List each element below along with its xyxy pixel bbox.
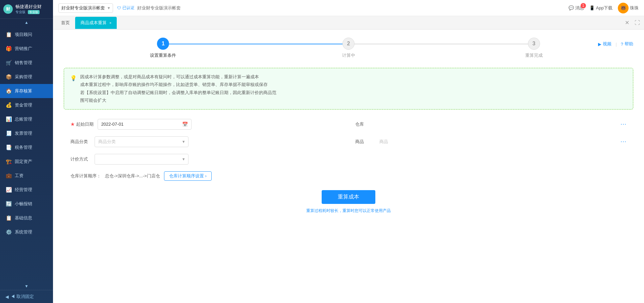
pricing-select[interactable]: ▾ [95, 154, 189, 165]
tab-controls: ✕ ⛶ [624, 18, 641, 27]
inventory-icon: 🏠 [5, 88, 12, 94]
topbar-account-fullname: 好业财专业版演示帐套 [137, 5, 181, 11]
date-value: 2022-07-01 [101, 122, 124, 127]
verified-text: 已认证 [122, 5, 135, 11]
message-badge: 1 [581, 3, 586, 8]
sidebar-item-purchase[interactable]: 📦 采购管理 [0, 70, 53, 84]
category-select[interactable]: 商品分类 ▾ [95, 136, 189, 147]
sidebar-item-operation[interactable]: 📈 经营管理 [0, 183, 53, 197]
sidebar-item-label: 销售管理 [15, 60, 32, 66]
sidebar-item-label: 小畅报销 [15, 201, 32, 207]
sidebar-item-marketing[interactable]: 🎁 营销推广 [0, 42, 53, 56]
topbar-right: 💬 消息 1 📱 App下载 🐻 珠珠 [569, 3, 639, 13]
sidebar-item-label: 系统管理 [15, 229, 32, 235]
tab-cost-recalc[interactable]: 商品成本重算 × [75, 17, 117, 29]
sidebar-item-inventory[interactable]: 🏠 库存核算 [0, 84, 53, 98]
marketing-icon: 🎁 [5, 45, 12, 52]
tab-close-icon[interactable]: × [109, 21, 111, 25]
warehouse-more-button[interactable]: ··· [621, 121, 627, 128]
sidebar-item-basic[interactable]: 📋 基础信息 [0, 211, 53, 225]
logo-name: 畅捷通好业财 [15, 4, 42, 9]
step-2-circle: 2 [342, 38, 355, 50]
warehouse-order-label: 仓库计算顺序： [70, 173, 101, 179]
project-icon: 📋 [5, 31, 12, 38]
app-download-button[interactable]: 📱 App下载 [589, 5, 612, 11]
goods-spacer: 商品 [379, 139, 616, 145]
message-button[interactable]: 💬 消息 1 [569, 5, 584, 11]
logo-icon: 财 [3, 4, 13, 14]
pricing-field: 计价方式 ▾ [70, 154, 198, 165]
sidebar-item-expense[interactable]: 🔄 小畅报销 [0, 197, 53, 211]
step-1-circle: 1 [157, 38, 169, 50]
help-label: 帮助 [625, 41, 633, 47]
user-avatar-area[interactable]: 🐻 珠珠 [618, 3, 639, 13]
version-badge: 专业版 [28, 10, 40, 14]
expense-icon: 🔄 [5, 201, 12, 207]
steps-help: ▶ 视频 | ? 帮助 [598, 41, 633, 47]
sidebar-item-system[interactable]: ⚙️ 系统管理 [0, 225, 53, 239]
sidebar-logo: 财 畅捷通好业财 专业版 专业版 [0, 0, 53, 19]
goods-more-button[interactable]: ··· [621, 138, 627, 145]
sidebar-item-salary[interactable]: 💼 工资 [0, 169, 53, 183]
asset-icon: 🏗️ [5, 158, 12, 165]
sidebar-item-project[interactable]: 📋 项目顾问 [0, 28, 53, 42]
close-panel-button[interactable]: ✕ [624, 18, 631, 27]
help-button[interactable]: ? 帮助 [621, 41, 633, 47]
step-2-num: 2 [347, 41, 350, 47]
pricing-label: 计价方式 [70, 156, 91, 162]
warehouse-order-settings-button[interactable]: 仓库计算顺序设置 › [164, 171, 212, 181]
unpin-button[interactable]: ◀ ◀ 取消固定 [0, 290, 53, 303]
content-area: 1 设置重算条件 2 计算中 3 重算完成 ▶ [53, 30, 644, 303]
main-area: 好业财专业版演示帐套 ▾ 🛡 已认证 好业财专业版演示帐套 💬 消息 1 📱 A… [53, 0, 644, 303]
basic-icon: 📋 [5, 215, 12, 221]
step-2: 2 计算中 [256, 38, 441, 58]
sidebar-item-label: 工资 [15, 173, 23, 179]
purchase-icon: 📦 [5, 74, 12, 80]
sidebar-item-label: 总账管理 [15, 116, 32, 122]
submit-section: 重算成本 重算过程耗时较长，重算时您可以正常使用产品 [70, 190, 627, 214]
logo-sub: 专业版 专业版 [15, 10, 42, 14]
invoice-icon: 🧾 [5, 130, 12, 137]
sidebar-item-asset[interactable]: 🏗️ 固定资产 [0, 155, 53, 169]
scroll-up-arrow[interactable]: ▲ [0, 19, 53, 26]
system-icon: ⚙️ [5, 229, 12, 235]
goods-placeholder: 商品 [379, 139, 388, 144]
sidebar-item-tax[interactable]: 📑 税务管理 [0, 140, 53, 155]
sidebar-item-accounting[interactable]: 📊 总账管理 [0, 112, 53, 126]
calendar-icon[interactable]: 📅 [182, 122, 188, 127]
category-placeholder: 商品分类 [98, 139, 116, 145]
help-divider: | [615, 42, 616, 47]
tab-home[interactable]: 首页 [56, 17, 75, 29]
video-help-button[interactable]: ▶ 视频 [598, 41, 611, 47]
tabbar: 首页 商品成本重算 × ✕ ⛶ [53, 16, 644, 30]
sidebar-item-sales[interactable]: 🛒 销售管理 [0, 56, 53, 70]
topbar-left: 好业财专业版演示帐套 ▾ 🛡 已认证 好业财专业版演示帐套 [58, 3, 569, 13]
account-selector[interactable]: 好业财专业版演示帐套 ▾ [58, 3, 113, 13]
salary-icon: 💼 [5, 172, 12, 179]
expand-button[interactable]: ⛶ [633, 18, 641, 27]
recalculate-button[interactable]: 重算成本 [322, 190, 375, 204]
message-icon: 💬 [569, 5, 574, 10]
start-date-input[interactable]: 2022-07-01 📅 [98, 119, 192, 130]
accounting-icon: 📊 [5, 116, 12, 123]
sidebar: 财 畅捷通好业财 专业版 专业版 ▲ 📋 项目顾问 🎁 营销推广 🛒 销售管理 [0, 0, 53, 303]
video-label: 视频 [603, 41, 611, 47]
sidebar-item-finance[interactable]: 💰 资金管理 [0, 98, 53, 112]
tax-icon: 📑 [5, 144, 12, 151]
shield-icon: 🛡 [117, 6, 121, 10]
sidebar-item-invoice[interactable]: 🧾 发票管理 [0, 126, 53, 140]
phone-icon: 📱 [589, 5, 595, 10]
step-3-num: 3 [532, 41, 535, 47]
sidebar-item-label: 库存核算 [15, 88, 32, 94]
sidebar-item-label: 税务管理 [15, 144, 32, 150]
step-2-label: 计算中 [342, 52, 355, 58]
sidebar-item-label: 发票管理 [15, 130, 32, 136]
form-row-2: 商品分类 商品分类 ▾ 商品 商品 ··· [70, 136, 627, 147]
play-icon: ▶ [598, 42, 601, 47]
chevron-right-icon: › [205, 173, 207, 178]
unpin-icon: ◀ [5, 294, 9, 299]
category-label: 商品分类 [70, 139, 91, 145]
scroll-down-arrow[interactable]: ▼ [0, 283, 53, 290]
info-notice: 💡 因成本计算参数调整，或是对商品成本有疑问时，可以通过成本重算功能，重新计算一… [64, 68, 633, 110]
info-line-1: 因成本计算参数调整，或是对商品成本有疑问时，可以通过成本重算功能，重新计算一遍成… [80, 73, 276, 81]
